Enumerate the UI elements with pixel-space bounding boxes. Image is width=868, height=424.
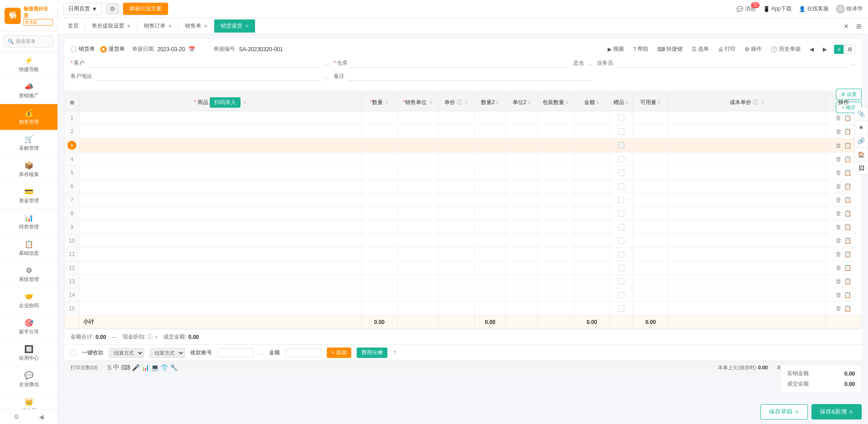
delete-row-15-btn[interactable]: 🗑 — [835, 305, 841, 312]
select-order-btn[interactable]: ☰ 选单 — [690, 44, 711, 54]
unit2-cell-2[interactable] — [506, 125, 538, 138]
delete-row-11-btn[interactable]: 🗑 — [835, 251, 841, 257]
price-info-icon[interactable]: ⓘ — [457, 99, 462, 105]
delete-row-6-btn[interactable]: 🗑 — [835, 183, 841, 190]
gift-checkbox-14[interactable] — [618, 292, 624, 298]
shortcut-btn[interactable]: ⌨ 快捷键 — [656, 44, 684, 54]
fee-split-btn[interactable]: 费用分摊 — [357, 348, 387, 358]
delete-row-1-btn[interactable]: 🗑 — [835, 114, 841, 121]
cost-sort-icon[interactable]: ⇅ — [761, 100, 764, 105]
price-sort-icon[interactable]: ⇅ — [464, 100, 468, 105]
history-btn[interactable]: 🕐 历史单据 — [769, 44, 802, 54]
copy-row-9-btn[interactable]: 📋 — [844, 224, 851, 230]
experience-button[interactable]: 体验行业方案 — [123, 3, 168, 15]
product-sort-icon[interactable]: ⇅ — [243, 100, 247, 105]
unit2-cell-3[interactable] — [506, 138, 538, 152]
delete-row-13-btn[interactable]: 🗑 — [835, 278, 841, 285]
one-click-checkbox[interactable] — [71, 350, 76, 356]
gift-checkbox-2[interactable] — [618, 129, 624, 135]
copy-row-1-btn[interactable]: 📋 — [844, 114, 851, 121]
delete-row-12-btn[interactable]: 🗑 — [835, 264, 841, 271]
cost-cell-1[interactable] — [669, 111, 825, 125]
sidebar-item-sales[interactable]: 💰 销售管理 — [0, 104, 57, 130]
discount-info-icon[interactable]: ⓘ — [147, 333, 153, 341]
tab-close-sales-return[interactable]: ✕ — [245, 24, 249, 29]
delete-row-9-btn[interactable]: 🗑 — [835, 224, 841, 230]
tab-close-price-setting[interactable]: ✕ — [127, 24, 131, 29]
sidebar-item-marketing[interactable]: 📣 营销推广 — [0, 78, 57, 104]
customer-select-btn[interactable]: ... — [325, 60, 329, 67]
topbar-settings-button[interactable]: ⚙ — [106, 3, 119, 14]
sidebar-settings-btn[interactable]: ⚙ — [14, 413, 19, 420]
amount-cell-1[interactable] — [574, 111, 610, 125]
copy-row-5-btn[interactable]: 📋 — [844, 169, 851, 176]
gift-checkbox-8[interactable] — [618, 210, 624, 217]
radio-return[interactable]: 退货单 — [100, 45, 125, 53]
gift-checkbox-9[interactable] — [618, 224, 624, 230]
unit-cell-2[interactable] — [397, 125, 438, 138]
gift-checkbox-3[interactable] — [618, 142, 624, 148]
tab-close-sales-order[interactable]: ✕ — [168, 24, 172, 29]
close-tab-button[interactable]: ✕ — [841, 22, 852, 31]
price-cell-1[interactable] — [438, 111, 474, 125]
sidebar-item-finance[interactable]: 💳 资金管理 — [0, 183, 57, 209]
tab-sales-return[interactable]: 销货退货 ✕ — [214, 19, 255, 33]
save-draft-button[interactable]: 保存草稿 ∧ — [760, 404, 808, 419]
col-settings[interactable]: ⚙ — [65, 94, 80, 111]
cost-cell-2[interactable] — [669, 125, 825, 138]
price-cell-2[interactable] — [438, 125, 474, 138]
product-cell-1[interactable] — [80, 111, 362, 125]
pkg-cell-1[interactable] — [538, 111, 574, 125]
sidebar-item-system[interactable]: ⚙ 系统管理 — [0, 262, 57, 288]
gift-cell-1[interactable] — [610, 111, 632, 125]
next-record-btn[interactable]: ▶ — [821, 45, 829, 53]
quick-icon-4[interactable]: 🏠 — [854, 148, 868, 161]
help-btn[interactable]: ? 帮助 — [631, 44, 650, 54]
address-input[interactable] — [96, 71, 321, 81]
available-sort-icon[interactable]: ⇅ — [657, 100, 661, 105]
quick-icon-5[interactable]: 🖼 — [854, 161, 868, 175]
sidebar-item-app-center[interactable]: 🔲 应用中心 — [0, 340, 57, 367]
quick-icon-1[interactable]: 📎 — [854, 107, 868, 120]
scan-input-btn[interactable]: 扫码录入 — [210, 97, 241, 108]
sidebar-item-quick-nav[interactable]: ⚡ 快捷导航 — [0, 52, 57, 78]
radio-sales[interactable]: 销货单 — [71, 45, 95, 53]
sidebar-item-member[interactable]: 👑 畅会员 — [0, 393, 57, 409]
prev-record-btn[interactable]: ◀ — [808, 45, 816, 53]
search-menu-button[interactable]: 🔍 搜索菜单 — [4, 35, 54, 48]
industry-select[interactable]: 日用百货 ▼ — [63, 3, 102, 15]
add-cost-btn[interactable]: + 添加 — [327, 348, 351, 358]
account-select-btn[interactable]: ... — [259, 350, 264, 356]
product-cell-3[interactable] — [80, 138, 362, 152]
qty2-cell-2[interactable] — [474, 125, 506, 138]
cost-info-icon[interactable]: ⓘ — [753, 99, 758, 105]
gift-cell-2[interactable] — [610, 125, 632, 138]
gift-sort-icon[interactable]: ⇅ — [625, 100, 629, 105]
unit2-cell-1[interactable] — [506, 111, 538, 125]
qty2-sort-icon[interactable]: ⇅ — [495, 100, 499, 105]
amount-cell-2[interactable] — [574, 125, 610, 138]
customer-input[interactable] — [88, 58, 321, 68]
gift-checkbox-11[interactable] — [618, 251, 624, 257]
qty-sort-icon[interactable]: ⇅ — [385, 100, 389, 105]
tab-close-sales[interactable]: ✕ — [204, 24, 208, 29]
qty2-cell-1[interactable] — [474, 111, 506, 125]
amount-sort-icon[interactable]: ⇅ — [596, 100, 599, 105]
gift-checkbox-4[interactable] — [618, 156, 624, 162]
copy-row-15-btn[interactable]: 📋 — [844, 305, 851, 312]
delete-row-4-btn[interactable]: 🗑 — [835, 156, 841, 162]
qty2-cell-3[interactable] — [474, 138, 506, 152]
delete-row-3-btn[interactable]: 🗑 — [835, 142, 841, 149]
sidebar-collapse-btn[interactable]: ◀ — [39, 413, 44, 420]
fee-info-icon[interactable]: ? — [393, 350, 396, 356]
staff-select-btn[interactable]: ... — [851, 60, 855, 67]
app-download-button[interactable]: 📱 App下载 — [763, 5, 792, 13]
sidebar-item-purchase[interactable]: 🛒 采购管理 — [0, 130, 57, 157]
calc-select[interactable]: 结算方式 — [150, 348, 185, 358]
copy-row-13-btn[interactable]: 📋 — [844, 278, 851, 285]
gift-checkbox-5[interactable] — [618, 170, 624, 176]
sidebar-item-operations[interactable]: 📊 经营管理 — [0, 209, 57, 235]
quick-icon-2[interactable]: ★ — [854, 120, 868, 134]
cost-cell-3[interactable] — [669, 138, 825, 152]
sidebar-item-enterprise[interactable]: 🤝 企业协同 — [0, 288, 57, 314]
